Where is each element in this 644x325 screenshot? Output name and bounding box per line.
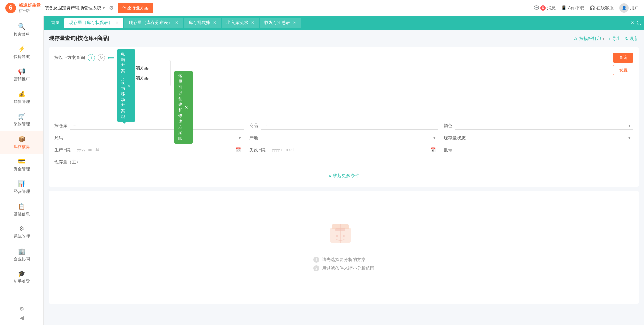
tab-inventory-dist[interactable]: 现存量（库存分布表） ✕ [124,18,183,28]
industry-btn[interactable]: 体验行业方案 [118,3,153,13]
query-btn[interactable]: 查询 [613,53,633,63]
range-separator: — [161,159,166,164]
color-label: 颜色 [444,123,452,129]
print-icon: 🖨 [574,36,578,41]
svg-point-4 [336,235,338,237]
collapse-btn[interactable]: ∧ 收起更多条件 [54,170,633,181]
empty-state: 1 请先选择要分析的方案 2 用过滤条件来缩小分析范围 [54,191,633,298]
filter-refresh-btn[interactable]: ↻ [98,54,105,61]
phone-icon: 📱 [561,5,567,10]
tab-close-batch-ledger[interactable]: ✕ [213,20,216,25]
filter-back-btn[interactable]: ⟸ [108,55,114,60]
tab-home[interactable]: 首页 [46,18,64,28]
batch-no-label: 批号 [444,147,452,153]
message-icon: 💬 [534,5,539,10]
empty-hint-2: 2 用过滤条件来缩小分析范围 [313,265,374,271]
empty-hints: 1 请先选择要分析的方案 2 用过滤条件来缩小分析范围 [313,257,374,271]
product-date-label: 生产日期 [54,147,72,153]
message-badge: 6 [540,5,546,11]
tab-expand-icon[interactable]: ⛶ [637,20,641,25]
collapse-sidebar-icon[interactable]: ◀ [20,315,24,321]
purchase-icon: 🛒 [18,113,25,120]
search-icon: 🔍 [18,23,25,30]
sidebar-item-sales[interactable]: 💰 销售管理 [0,86,43,109]
tab-close-inventory-dist[interactable]: ✕ [175,20,178,25]
sidebar-item-search-menu[interactable]: 🔍 搜索菜单 [0,19,43,41]
chevron-down-icon: ▾ [103,5,105,10]
stock-status-label: 现存量状态 [444,135,466,141]
guide-icon: 🎓 [18,270,25,277]
chevron-down-icon: ▾ [602,36,605,41]
expiry-date-label: 失效日期 [249,147,267,153]
system-title: 装备及固定资产辅助管理系统 [45,5,101,11]
system-title-select[interactable]: 装备及固定资产辅助管理系统 ▾ [45,5,105,11]
brand-sub: 标准版 [19,8,41,13]
empty-state-icon [324,218,357,248]
print-btn[interactable]: 🖨 按模板打印 ▾ [574,36,605,42]
gear-icon[interactable]: ⚙ [109,5,114,11]
tab-close-recv-summary[interactable]: ✕ [293,20,297,25]
size-input[interactable]: ▾ [66,134,244,142]
chevron-down-icon: ▾ [628,135,631,140]
svg-point-5 [343,235,345,237]
product-date-input[interactable]: yyyy-mm-dd 📅 [74,146,244,154]
calendar-icon2[interactable]: 📅 [430,147,436,152]
sidebar-item-marketing[interactable]: 📢 营销推广 [0,64,43,86]
tab-close-inout-flow[interactable]: ✕ [251,20,254,25]
sidebar-item-inventory[interactable]: 📦 库存核算 [0,131,43,154]
stock-status-input[interactable]: ▾ [468,134,633,142]
logo-icon: 6 [5,3,16,13]
chevron-down-icon: ▾ [433,135,436,140]
origin-input[interactable]: ▾ [261,134,439,142]
color-input[interactable]: ▾ [455,122,633,130]
page-title: 现存量查询(按仓库+商品) [49,35,109,42]
filter-add-btn[interactable]: + [88,54,95,61]
sales-icon: 💰 [18,90,25,98]
sidebar-item-purchase[interactable]: 🛒 采购管理 [0,109,43,131]
system-icon: ⚙ [19,225,24,232]
calendar-icon[interactable]: 📅 [236,147,241,152]
sidebar-item-operations[interactable]: 📊 经营管理 [0,176,43,199]
tooltip1-close-btn[interactable]: ✕ [127,83,131,88]
operations-icon: 📊 [18,180,25,187]
user-btn[interactable]: 👤 用户 [619,3,639,13]
sidebar-item-quick-nav[interactable]: ⚡ 快捷导航 [0,41,43,64]
warehouse-input[interactable]: ··· [70,122,244,130]
sidebar-item-system[interactable]: ⚙ 系统管理 [0,221,43,243]
sidebar-item-finance[interactable]: 💳 资金管理 [0,154,43,176]
goods-label: 商品 [249,123,258,129]
tab-close-all-icon[interactable]: ✕ [631,20,634,25]
stock-main-min-input[interactable] [83,158,160,166]
tab-recv-summary[interactable]: 收发存汇总表 ✕ [260,18,301,28]
filter-size-field: 尺码 ▾ [54,134,244,142]
tab-inout-flow[interactable]: 出入库流水 ✕ [222,18,259,28]
origin-label: 产地 [249,135,258,141]
app-download-btn[interactable]: 📱 App下载 [561,5,584,11]
basic-icon: 📋 [18,203,25,210]
settings-btn[interactable]: 设置 [613,65,633,75]
stock-main-max-input[interactable] [167,158,244,166]
filter-stock-status-field: 现存量状态 ▾ [444,134,633,142]
batch-no-input[interactable] [455,146,633,154]
headset-icon: 🎧 [590,5,595,10]
export-btn[interactable]: ↑ 导出 [609,36,621,42]
filter-color-field: 颜色 ▾ [444,122,633,130]
message-btn[interactable]: 💬 6 消息 [534,5,556,11]
size-label: 尺码 [54,135,63,141]
online-service-btn[interactable]: 🎧 在线客服 [590,5,614,11]
sidebar-item-enterprise[interactable]: 🏢 企业协同 [0,243,43,266]
stock-main-label: 现存量（主） [54,159,80,165]
tab-inventory-status[interactable]: 现存量（库存状况表） ✕ [64,18,123,28]
settings-bottom-icon[interactable]: ⚙ [19,306,24,312]
goods-input[interactable]: ··· [261,122,439,130]
tab-close-inventory-status[interactable]: ✕ [115,20,119,25]
inventory-icon: 📦 [18,135,25,143]
chevron-up-icon: ∧ [328,173,332,178]
refresh-btn[interactable]: ↻ 刷新 [625,36,639,42]
sidebar-item-basic[interactable]: 📋 基础信息 [0,199,43,221]
brand-name: 畅通好生意 [19,2,41,8]
sidebar-item-guide[interactable]: 🎓 新手引导 [0,266,43,288]
expiry-date-input[interactable]: yyyy-mm-dd 📅 [269,146,439,154]
tooltip2-close-btn[interactable]: ✕ [184,105,189,110]
tab-batch-ledger[interactable]: 库存批次账 ✕ [184,18,221,28]
